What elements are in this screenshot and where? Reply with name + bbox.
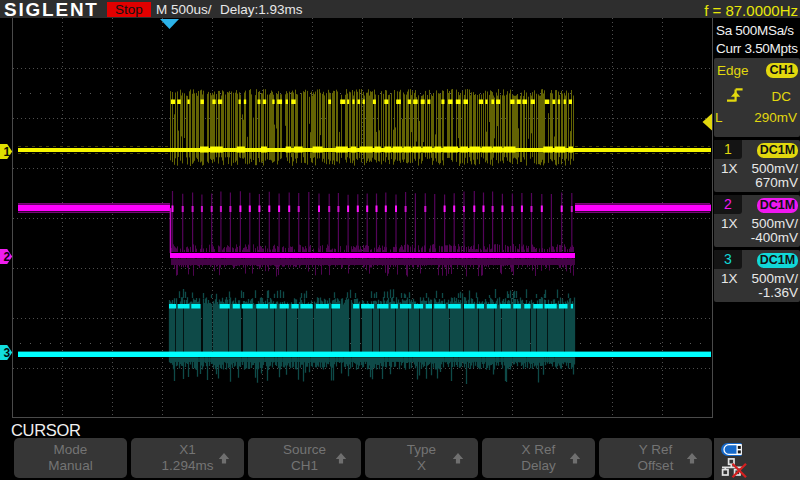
- svg-text:3: 3: [3, 346, 10, 360]
- svg-text:1: 1: [3, 145, 10, 159]
- svg-text:2: 2: [3, 250, 10, 264]
